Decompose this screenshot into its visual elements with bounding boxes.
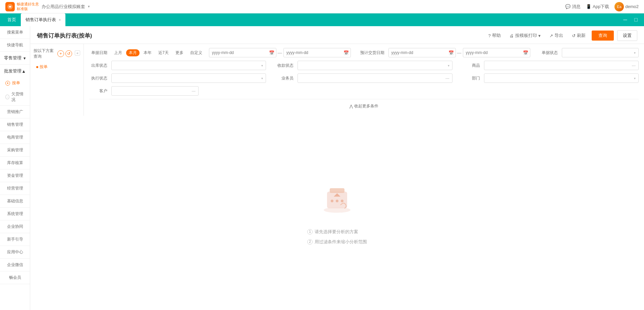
sidebar-item-retail-mgmt[interactable]: 零售管理 ▾	[0, 52, 30, 64]
date-tag-7days[interactable]: 近7天	[156, 49, 171, 56]
date-tag-this-month[interactable]: 本月	[126, 49, 140, 56]
dept-label: 部门	[462, 75, 480, 81]
svg-point-5	[331, 200, 333, 202]
sidebar-item-inventory[interactable]: 库存核算	[0, 157, 30, 169]
refresh-icon: ↺	[572, 33, 576, 38]
calendar-expected-start-icon: 📅	[448, 50, 454, 55]
tab-maximize-button[interactable]: □	[632, 16, 640, 24]
date-separator: —	[278, 50, 282, 55]
date-start-input[interactable]	[209, 48, 276, 57]
scheme-refresh-button[interactable]: ↺	[65, 50, 72, 57]
sidebar-item-quick-nav[interactable]: 快捷导航	[0, 39, 30, 52]
expected-end-wrapper: 📅	[463, 48, 530, 57]
sidebar-item-basic[interactable]: 基础信息	[0, 195, 30, 208]
customer-label: 客户	[89, 88, 107, 94]
sidebar-item-wholesale-mgmt[interactable]: 批发管理 ▲	[0, 65, 30, 78]
date-end-wrapper: 📅	[283, 48, 351, 57]
tab-close-icon[interactable]: ×	[59, 18, 61, 22]
top-header: 畅捷通好生意 标准版 办公用品行业模拟账套 ▾ 💬 消息 📱 App下载 Ea …	[0, 0, 644, 13]
sidebar-item-purchase[interactable]: 采购管理	[0, 144, 30, 157]
tab-minimize-button[interactable]: ─	[621, 16, 629, 24]
salesperson-select[interactable]: ···	[298, 73, 452, 83]
filter-row-customer: 客户 ···	[89, 86, 639, 96]
scheme-add-button[interactable]: +	[57, 50, 64, 57]
doc-status-select[interactable]: ▾	[562, 48, 639, 57]
breadcrumb-dropdown-icon[interactable]: ▾	[88, 4, 90, 9]
sidebar-item-sales-mgmt[interactable]: 销售管理	[0, 118, 30, 131]
sidebar-item-app-center[interactable]: 应用中心	[0, 246, 30, 259]
sidebar-item-enterprise-wechat[interactable]: 企业微信	[0, 259, 30, 271]
date-tag-more[interactable]: 更多	[173, 49, 186, 56]
collapse-conditions-button[interactable]: ⋀ 收起更多条件	[345, 102, 382, 110]
filter-conditions: 单据日期 上月 本月 本年 近7天 更多 自定义 📅	[84, 44, 644, 116]
scheme-collapse-button[interactable]: «	[75, 50, 80, 56]
exec-status-select[interactable]: ▾	[111, 73, 266, 83]
avatar: Ea	[614, 2, 624, 11]
date-start-wrapper: 📅	[209, 48, 276, 57]
tab-home[interactable]: 首页	[3, 13, 21, 26]
filter-panel: 按以下方案查询 + ↺ « 按单 单据日期	[30, 44, 644, 116]
date-label: 单据日期	[89, 50, 107, 56]
scheme-item-按单[interactable]: 按单	[34, 62, 80, 72]
svg-point-7	[341, 200, 343, 202]
date-end-input[interactable]	[283, 48, 351, 57]
doc-status-label: 单据状态	[540, 50, 558, 56]
sub-dot-inactive-icon: ○	[5, 95, 9, 99]
help-button[interactable]: ? 帮助	[486, 31, 503, 40]
sidebar-item-newbie[interactable]: 新手引导	[0, 233, 30, 246]
calendar-end-icon: 📅	[343, 50, 349, 55]
message-button[interactable]: 💬 消息	[565, 4, 581, 10]
sidebar-item-operations[interactable]: 经营管理	[0, 182, 30, 195]
sidebar-sub-item-按单[interactable]: ● 按单	[0, 78, 30, 89]
empty-tips: 1 请先选择要分析的方案 2 用过滤条件来缩小分析范围	[307, 227, 367, 248]
sidebar-item-search-menu[interactable]: 搜索菜单	[0, 26, 30, 39]
sub-dot-active-icon: ●	[5, 81, 10, 86]
expected-date-sep: —	[457, 50, 462, 55]
query-button[interactable]: 查询	[592, 31, 614, 41]
date-tag-this-year[interactable]: 本年	[141, 49, 154, 56]
sidebar-item-ecommerce[interactable]: 电商管理	[0, 131, 30, 144]
sidebar-item-system[interactable]: 系统管理	[0, 208, 30, 220]
sidebar-group-retail: 零售管理 ▾	[0, 52, 30, 65]
print-template-button[interactable]: 🖨 按模板打印 ▾	[507, 31, 543, 40]
header-left: 畅捷通好生意 标准版 办公用品行业模拟账套 ▾	[5, 2, 90, 11]
tip-num-1: 1	[307, 229, 313, 235]
tab-bar: 首页 销售订单执行表 × ─ □	[0, 13, 644, 26]
expected-start-input[interactable]	[388, 48, 456, 57]
sidebar-item-vip[interactable]: 畅会员	[0, 271, 30, 284]
print-icon: 🖨	[509, 33, 514, 38]
svg-point-6	[336, 200, 338, 202]
print-dropdown-icon: ▾	[538, 33, 541, 38]
stock-status-select[interactable]: ▾	[111, 61, 266, 70]
sidebar-item-finance[interactable]: 资金管理	[0, 169, 30, 182]
app-download-button[interactable]: 📱 App下载	[586, 4, 609, 10]
doc-status-dropdown-icon: ▾	[634, 51, 636, 55]
export-button[interactable]: ↗ 导出	[547, 31, 566, 40]
logo-icon	[5, 2, 15, 11]
wholesale-expand-icon: ▲	[21, 69, 26, 74]
expected-start-wrapper: 📅	[388, 48, 456, 57]
empty-state: 1 请先选择要分析的方案 2 用过滤条件来缩小分析范围	[30, 116, 644, 310]
dept-select[interactable]: ▾	[484, 73, 639, 83]
sidebar-item-marketing[interactable]: 营销推广	[0, 106, 30, 118]
scheme-actions: + ↺ «	[57, 50, 80, 57]
main-layout: 搜索菜单 快捷导航 零售管理 ▾ 批发管理 ▲ ● 按单 ○ 欠货情况	[0, 26, 644, 310]
filter-row-exec: 执行状态 ▾ 业务员 ··· 部门 ▾	[89, 73, 639, 83]
sidebar-item-enterprise-collab[interactable]: 企业协同	[0, 220, 30, 233]
content-area: 销售订单执行表(按单) ? 帮助 🖨 按模板打印 ▾ ↗ 导出 ↺ 刷新	[30, 26, 644, 310]
page-title: 销售订单执行表(按单)	[37, 32, 92, 40]
date-tag-custom[interactable]: 自定义	[187, 49, 205, 56]
logo-text: 畅捷通好生意 标准版	[17, 2, 39, 11]
retail-expand-icon: ▾	[23, 56, 26, 61]
settings-button[interactable]: 设置	[617, 30, 637, 41]
refresh-button[interactable]: ↺ 刷新	[569, 31, 588, 40]
payment-status-dropdown-icon: ▾	[448, 64, 449, 67]
customer-select[interactable]: ···	[111, 86, 199, 96]
date-tag-last-month[interactable]: 上月	[111, 49, 125, 56]
user-menu-button[interactable]: Ea demo2	[614, 2, 639, 11]
expected-end-input[interactable]	[463, 48, 530, 57]
sidebar-sub-item-欠货情况[interactable]: ○ 欠货情况	[0, 89, 30, 105]
product-select[interactable]: ···	[484, 61, 639, 70]
tab-sales-order[interactable]: 销售订单执行表 ×	[21, 13, 65, 26]
payment-status-select[interactable]: ▾	[298, 61, 452, 70]
